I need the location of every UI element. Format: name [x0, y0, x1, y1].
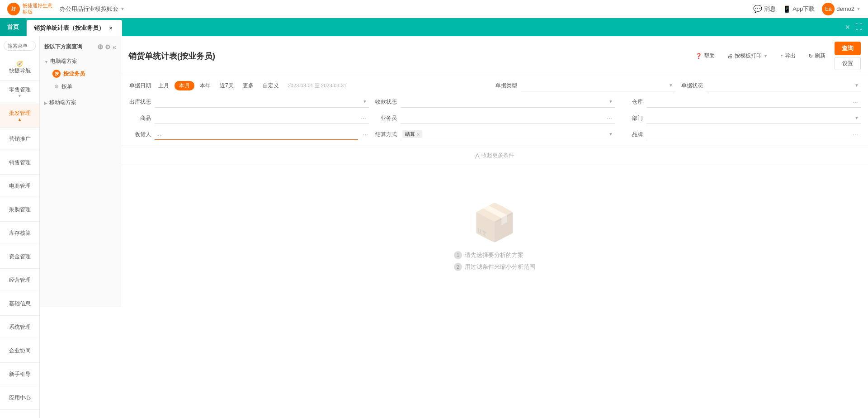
filter-doc-type: 单据类型 ▼	[495, 80, 675, 91]
goods-select[interactable]: ···	[155, 112, 369, 124]
sidebar-item-operation[interactable]: 经营管理	[0, 269, 39, 292]
sidebar-item-marketing[interactable]: 营销推广	[0, 128, 39, 151]
warehouse-dots-icon: ···	[852, 98, 859, 105]
app-download-button[interactable]: 📱 App下载	[783, 5, 815, 13]
empty-illustration: 📦	[472, 201, 517, 244]
scheme-item-salesman[interactable]: 按 按业务员	[42, 67, 119, 80]
date-tab-7days[interactable]: 近7天	[216, 81, 237, 90]
refresh-button[interactable]: ↻ 刷新	[805, 50, 829, 62]
page-header: 销货单统计表(按业务员) ❓ 帮助 🖨 按模板打印 ▼	[121, 36, 868, 74]
filter-area: 单据日期 上月 本月 本年 近7天 更多 自定义 2023-03-01 至 20…	[121, 74, 868, 146]
salesman-label: 业务员	[374, 114, 397, 122]
sidebar-item-purchase[interactable]: 采购管理	[0, 198, 39, 222]
add-scheme-icon[interactable]: ⊕	[97, 43, 103, 51]
filter-doc-status: 单据状态 ▼	[680, 80, 861, 91]
doc-type-select[interactable]: ▼	[521, 80, 675, 91]
nav-tabs: 首页 销货单统计表（按业务员） × × ⛶	[0, 18, 868, 36]
tab-active[interactable]: 销货单统计表（按业务员） ×	[27, 20, 122, 36]
export-button[interactable]: ↑ 导出	[777, 50, 799, 62]
date-tab-this-month[interactable]: 本月	[175, 81, 194, 90]
query-button[interactable]: 查询	[835, 42, 861, 55]
pay-status-chevron-icon: ▼	[609, 99, 613, 104]
scheme-icon-salesman: 按	[52, 70, 61, 78]
user-menu[interactable]: Ea demo2 ▼	[822, 3, 861, 15]
settle-tag: 结算 ×	[402, 130, 422, 138]
query-settings-group: 查询 设置	[835, 42, 861, 70]
logo-area: 好 畅捷通好生意 标版	[7, 3, 52, 15]
tab-minimize-icon[interactable]: ×	[843, 21, 852, 34]
tab-home[interactable]: 首页	[0, 18, 27, 36]
filter-pay-status: 收款状态 ▼	[374, 96, 615, 108]
tab-maximize-icon[interactable]: ⛶	[854, 21, 864, 33]
salesman-select[interactable]: ···	[401, 112, 615, 124]
scheme-group-chevron-icon	[44, 58, 48, 65]
filter-date: 单据日期 上月 本月 本年 近7天 更多 自定义 2023-03-01 至 20…	[128, 81, 489, 90]
hint-num-1: 1	[454, 251, 462, 259]
main-layout: 🧭 快捷导航 零售管理 ▼ 批发管理 ▲ 营销推广 销售管理 电商管理 采购管理…	[0, 36, 868, 418]
page-actions: ❓ 帮助 🖨 按模板打印 ▼ ↑ 导出	[692, 42, 861, 70]
sidebar-item-collab[interactable]: 企业协同	[0, 339, 39, 363]
dept-select[interactable]: ▼	[646, 112, 861, 124]
sidebar-item-inventory[interactable]: 库存核算	[0, 222, 39, 245]
sidebar-item-wechat[interactable]: 企业微信	[0, 410, 39, 418]
doc-status-label: 单据状态	[680, 82, 703, 90]
page-title: 销货单统计表(按业务员)	[128, 51, 215, 62]
tab-actions: × ⛶	[840, 18, 868, 36]
sidebar-item-finance[interactable]: 资金管理	[0, 245, 39, 269]
filter-warehouse: 仓库 ···	[620, 96, 861, 108]
search-input[interactable]	[4, 41, 36, 51]
filter-brand: 品牌 ···	[620, 128, 861, 140]
sidebar-item-sales[interactable]: 销售管理	[0, 151, 39, 175]
left-panel: 按以下方案查询 ⊕ ⚙ « 电脑端方案	[40, 36, 121, 307]
scheme-group-mobile: 移动端方案	[40, 95, 121, 110]
settle-select[interactable]: 结算 × ▼	[401, 128, 615, 140]
date-tabs: 上月 本月 本年 近7天 更多 自定义	[155, 81, 283, 90]
sidebar-item-nav[interactable]: 🧭 快捷导航	[0, 55, 39, 81]
scheme-group-pc-header[interactable]: 电脑端方案	[40, 56, 121, 67]
filter-dept: 部门 ▼	[620, 112, 861, 124]
date-tab-more[interactable]: 更多	[239, 81, 257, 90]
date-tab-last-month[interactable]: 上月	[155, 81, 173, 90]
tab-close-icon[interactable]: ×	[107, 24, 114, 32]
user-menu-chevron-icon: ▼	[856, 6, 861, 11]
sidebar-item-basic[interactable]: 基础信息	[0, 292, 39, 316]
date-tab-this-year[interactable]: 本年	[196, 81, 214, 90]
sidebar-item-system[interactable]: 系统管理	[0, 316, 39, 339]
doc-type-label: 单据类型	[495, 82, 517, 90]
doc-status-select[interactable]: ▼	[707, 80, 861, 91]
message-button[interactable]: 💬 消息	[753, 5, 776, 13]
out-status-select[interactable]: ▼	[155, 96, 369, 108]
empty-state: 📦 1 请先选择要分析的方案 2 用过滤条件来缩小分析范围	[121, 165, 868, 307]
logo-icon: 好	[7, 3, 20, 15]
app-selector[interactable]: 办公用品行业模拟账套 ▼	[56, 3, 128, 15]
right-panel: 销货单统计表(按业务员) ❓ 帮助 🖨 按模板打印 ▼	[121, 36, 868, 307]
print-button[interactable]: 🖨 按模板打印 ▼	[724, 50, 771, 62]
pay-status-select[interactable]: ▼	[401, 96, 615, 108]
left-panel-header: 按以下方案查询 ⊕ ⚙ «	[40, 40, 121, 54]
collapse-panel-icon[interactable]: «	[113, 43, 116, 51]
scheme-item-order[interactable]: ⚙ 按单	[42, 81, 119, 93]
sidebar-item-apps[interactable]: 应用中心	[0, 386, 39, 410]
sidebar-item-retail[interactable]: 零售管理 ▼	[0, 81, 39, 104]
nav-icon: 🧭	[16, 61, 23, 67]
settings-button[interactable]: 设置	[835, 57, 861, 70]
pay-status-label: 收款状态	[374, 98, 397, 106]
sidebar-item-wholesale[interactable]: 批发管理 ▲	[0, 104, 39, 128]
sidebar-item-ecommerce[interactable]: 电商管理	[0, 175, 39, 198]
brand-select[interactable]: ···	[646, 128, 861, 140]
help-button[interactable]: ❓ 帮助	[692, 50, 718, 62]
date-tab-custom[interactable]: 自定义	[259, 81, 283, 90]
scheme-group-mobile-header[interactable]: 移动端方案	[40, 97, 121, 108]
collapse-button[interactable]: ⋀ 收起更多条件	[468, 150, 521, 161]
receiver-input[interactable]	[155, 129, 358, 140]
warehouse-select[interactable]: ···	[646, 96, 861, 108]
collapse-row: ⋀ 收起更多条件	[121, 146, 868, 165]
receiver-dots-icon: ···	[362, 131, 369, 138]
out-status-chevron-icon: ▼	[363, 99, 367, 104]
date-label: 单据日期	[128, 82, 151, 90]
settle-tag-clear-icon[interactable]: ×	[417, 132, 420, 137]
filter-goods: 商品 ···	[128, 112, 369, 124]
sidebar-item-guide[interactable]: 新手引导	[0, 363, 39, 386]
filter-salesman: 业务员 ···	[374, 112, 615, 124]
settings-scheme-icon[interactable]: ⚙	[105, 43, 111, 51]
